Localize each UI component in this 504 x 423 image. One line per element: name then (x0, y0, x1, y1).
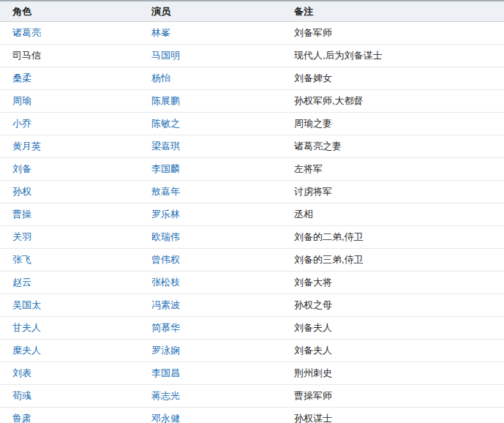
note-cell: 左将军 (282, 158, 504, 181)
actor-cell: 陈敏之 (139, 113, 282, 135)
role-cell: 赵云 (0, 272, 139, 294)
table-row: 孙权 敖嘉年 讨虏将军 (0, 181, 504, 203)
role-link[interactable]: 刘表 (12, 367, 31, 378)
actor-cell: 敖嘉年 (139, 181, 282, 203)
role-link[interactable]: 鲁肃 (12, 413, 31, 423)
role-cell: 吴国太 (0, 294, 139, 317)
column-header-role: 角色 (0, 1, 139, 22)
table-row: 糜夫人 罗泳娴 刘备夫人 (0, 340, 504, 362)
role-cell: 张飞 (0, 249, 139, 272)
role-link[interactable]: 荀彧 (12, 390, 31, 401)
role-link[interactable]: 诸葛亮 (12, 27, 41, 38)
cast-table: 角色 演员 备注 诸葛亮 林峯 刘备军师 司马信 马国明 现代人,后为刘备谋士 … (0, 0, 504, 423)
role-cell: 桑柔 (0, 67, 139, 90)
note-cell: 刘备夫人 (282, 317, 504, 340)
column-header-actor: 演员 (139, 1, 282, 22)
note-cell: 丞相 (282, 203, 504, 226)
actor-link[interactable]: 李国昌 (151, 367, 180, 378)
note-cell: 刘备的三弟,侍卫 (282, 249, 504, 272)
actor-link[interactable]: 杨怡 (151, 72, 170, 83)
actor-link[interactable]: 欧瑞伟 (151, 231, 180, 242)
table-body: 诸葛亮 林峯 刘备军师 司马信 马国明 现代人,后为刘备谋士 桑柔 杨怡 刘备婢… (0, 22, 504, 423)
table-row: 黄月英 梁嘉琪 诸葛亮之妻 (0, 135, 504, 158)
table-row: 桑柔 杨怡 刘备婢女 (0, 67, 504, 90)
actor-cell: 李国昌 (139, 362, 282, 385)
table-row: 鲁肃 邓永健 孙权谋士 (0, 408, 504, 423)
role-link[interactable]: 桑柔 (12, 72, 31, 83)
actor-link[interactable]: 梁嘉琪 (151, 141, 180, 151)
note-cell: 刘备的二弟,侍卫 (282, 226, 504, 249)
role-cell: 关羽 (0, 226, 139, 249)
actor-cell: 冯素波 (139, 294, 282, 317)
actor-link[interactable]: 冯素波 (151, 299, 180, 310)
role-link[interactable]: 孙权 (12, 186, 31, 197)
note-cell: 刘备军师 (282, 22, 504, 45)
actor-cell: 罗泳娴 (139, 340, 282, 362)
actor-cell: 简慕华 (139, 317, 282, 340)
role-link[interactable]: 关羽 (12, 231, 31, 242)
table-row: 周瑜 陈展鹏 孙权军师,大都督 (0, 90, 504, 113)
actor-cell: 蒋志光 (139, 385, 282, 408)
actor-link[interactable]: 李国麟 (151, 163, 180, 174)
actor-cell: 林峯 (139, 22, 282, 45)
actor-link[interactable]: 林峯 (151, 27, 170, 38)
actor-link[interactable]: 罗乐林 (151, 209, 180, 220)
role-cell: 刘表 (0, 362, 139, 385)
note-cell: 刘备夫人 (282, 340, 504, 362)
role-cell: 糜夫人 (0, 340, 139, 362)
note-cell: 诸葛亮之妻 (282, 135, 504, 158)
actor-cell: 欧瑞伟 (139, 226, 282, 249)
actor-link[interactable]: 敖嘉年 (151, 186, 180, 197)
actor-cell: 李国麟 (139, 158, 282, 181)
note-cell: 刘备婢女 (282, 67, 504, 90)
actor-link[interactable]: 马国明 (151, 50, 180, 61)
role-cell: 周瑜 (0, 90, 139, 113)
actor-link[interactable]: 陈展鹏 (151, 95, 180, 106)
role-link[interactable]: 曹操 (12, 209, 31, 220)
actor-cell: 张松枝 (139, 272, 282, 294)
role-link[interactable]: 赵云 (12, 277, 31, 288)
actor-cell: 杨怡 (139, 67, 282, 90)
role-link[interactable]: 黄月英 (12, 141, 41, 151)
note-cell: 孙权之母 (282, 294, 504, 317)
role-cell: 小乔 (0, 113, 139, 135)
table-row: 荀彧 蒋志光 曹操军师 (0, 385, 504, 408)
actor-link[interactable]: 陈敏之 (151, 118, 180, 129)
role-cell: 曹操 (0, 203, 139, 226)
role-link[interactable]: 小乔 (12, 118, 31, 129)
role-link[interactable]: 糜夫人 (12, 345, 41, 356)
role-link[interactable]: 甘夫人 (12, 322, 41, 333)
actor-link[interactable]: 曾伟权 (151, 254, 180, 265)
actor-link[interactable]: 蒋志光 (151, 390, 180, 401)
table-row: 关羽 欧瑞伟 刘备的二弟,侍卫 (0, 226, 504, 249)
role-cell: 黄月英 (0, 135, 139, 158)
actor-link[interactable]: 张松枝 (151, 277, 180, 288)
role-cell: 诸葛亮 (0, 22, 139, 45)
table-row: 小乔 陈敏之 周瑜之妻 (0, 113, 504, 135)
note-cell: 周瑜之妻 (282, 113, 504, 135)
actor-cell: 曾伟权 (139, 249, 282, 272)
actor-link[interactable]: 邓永健 (151, 413, 180, 423)
role-link[interactable]: 刘备 (12, 163, 31, 174)
header-row: 角色 演员 备注 (0, 1, 504, 22)
role-cell: 刘备 (0, 158, 139, 181)
table-row: 张飞 曾伟权 刘备的三弟,侍卫 (0, 249, 504, 272)
table-row: 甘夫人 简慕华 刘备夫人 (0, 317, 504, 340)
actor-cell: 邓永健 (139, 408, 282, 423)
note-cell: 荆州刺史 (282, 362, 504, 385)
actor-cell: 马国明 (139, 45, 282, 67)
table-row: 刘备 李国麟 左将军 (0, 158, 504, 181)
role-cell: 孙权 (0, 181, 139, 203)
note-cell: 刘备大将 (282, 272, 504, 294)
role-cell: 司马信 (0, 45, 139, 67)
note-cell: 曹操军师 (282, 385, 504, 408)
table-row: 司马信 马国明 现代人,后为刘备谋士 (0, 45, 504, 67)
actor-link[interactable]: 简慕华 (151, 322, 180, 333)
role-cell: 荀彧 (0, 385, 139, 408)
actor-link[interactable]: 罗泳娴 (151, 345, 180, 356)
note-cell: 孙权军师,大都督 (282, 90, 504, 113)
role-link[interactable]: 吴国太 (12, 299, 41, 310)
role-link[interactable]: 张飞 (12, 254, 31, 265)
role-link[interactable]: 周瑜 (12, 95, 31, 106)
actor-cell: 梁嘉琪 (139, 135, 282, 158)
